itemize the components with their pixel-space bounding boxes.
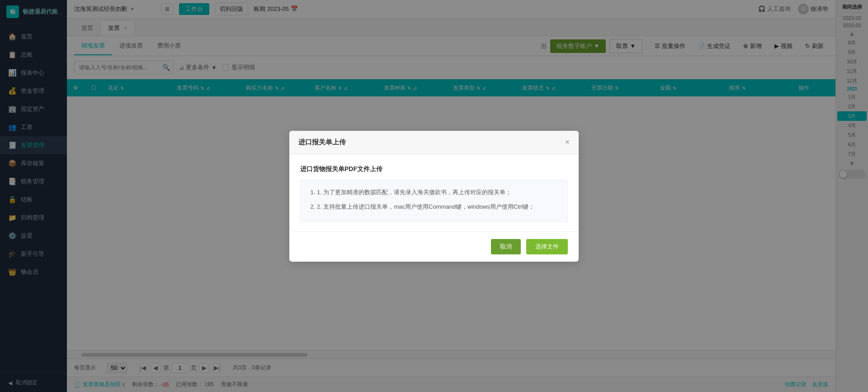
- modal-info-box: 1. 为了更加精准的数据匹配，请先录入海关缴款书，再上传对应的报关单； 2. 支…: [300, 180, 568, 222]
- info-line-1: 1. 为了更加精准的数据匹配，请先录入海关缴款书，再上传对应的报关单；: [317, 186, 559, 198]
- modal-cancel-button[interactable]: 取消: [491, 239, 521, 254]
- modal-title: 进口报关单上传: [298, 138, 346, 147]
- modal-section-title: 进口货物报关单PDF文件上传: [300, 165, 568, 173]
- info-line-2: 2. 支持批量上传进口报关单，mac用户使用Command键，windows用户…: [317, 201, 559, 213]
- modal-body: 进口货物报关单PDF文件上传 1. 为了更加精准的数据匹配，请先录入海关缴款书，…: [289, 154, 579, 231]
- modal-close-button[interactable]: ×: [565, 138, 570, 146]
- modal-overlay: 进口报关单上传 × 进口货物报关单PDF文件上传 1. 为了更加精准的数据匹配，…: [0, 0, 868, 392]
- modal-footer: 取消 选择文件: [289, 231, 579, 262]
- import-customs-modal: 进口报关单上传 × 进口货物报关单PDF文件上传 1. 为了更加精准的数据匹配，…: [289, 131, 579, 262]
- modal-select-file-button[interactable]: 选择文件: [526, 239, 568, 254]
- modal-header: 进口报关单上传 ×: [289, 131, 579, 154]
